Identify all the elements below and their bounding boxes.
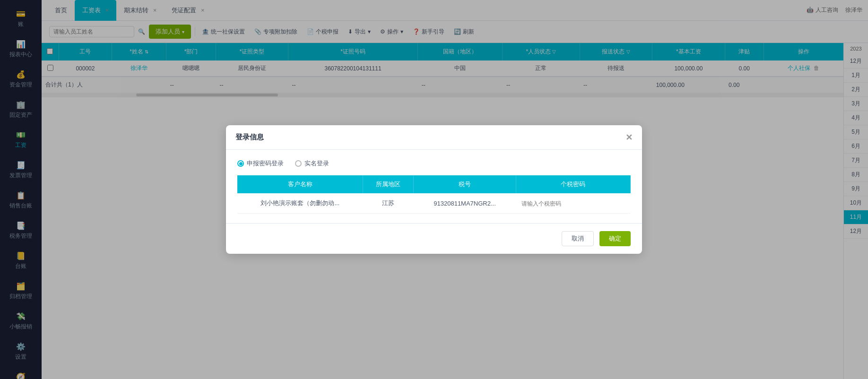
client-name-cell: 刘小艳演示账套（勿删勿动...: [237, 193, 363, 214]
cancel-button[interactable]: 取消: [562, 231, 594, 246]
modal-title: 登录信息: [235, 133, 264, 142]
modal-overlay: 登录信息 ✕ 申报密码登录 实名登录 客户名称: [0, 0, 868, 379]
modal-col-tax-password: 个税密码: [516, 175, 630, 193]
login-info-table: 客户名称 所属地区 税号 个税密码 刘小艳演示账套（勿删勿动... 江苏 913…: [237, 175, 631, 214]
confirm-button[interactable]: 确定: [599, 231, 631, 246]
modal-close-button[interactable]: ✕: [625, 133, 633, 142]
modal-col-client: 客户名称: [237, 175, 363, 193]
radio-password-login[interactable]: 申报密码登录: [237, 159, 284, 168]
tax-password-cell[interactable]: [516, 193, 630, 214]
modal-col-tax-number: 税号: [414, 175, 516, 193]
tax-number-cell: 91320811MA7NGR2...: [414, 193, 516, 214]
tax-password-input[interactable]: [521, 200, 625, 207]
modal-header: 登录信息 ✕: [226, 125, 642, 150]
modal-body: 申报密码登录 实名登录 客户名称 所属地区 税号 个税密码: [226, 150, 642, 223]
login-type-radio-group: 申报密码登录 实名登录: [237, 159, 631, 168]
modal-col-region: 所属地区: [363, 175, 414, 193]
modal-footer: 取消 确定: [226, 223, 642, 254]
modal-table-row: 刘小艳演示账套（勿删勿动... 江苏 91320811MA7NGR2...: [237, 193, 631, 214]
radio-realname-login[interactable]: 实名登录: [295, 159, 329, 168]
region-cell: 江苏: [363, 193, 414, 214]
radio-realname-icon: [295, 160, 302, 167]
login-info-modal: 登录信息 ✕ 申报密码登录 实名登录 客户名称: [226, 125, 642, 254]
radio-password-icon: [237, 160, 244, 167]
